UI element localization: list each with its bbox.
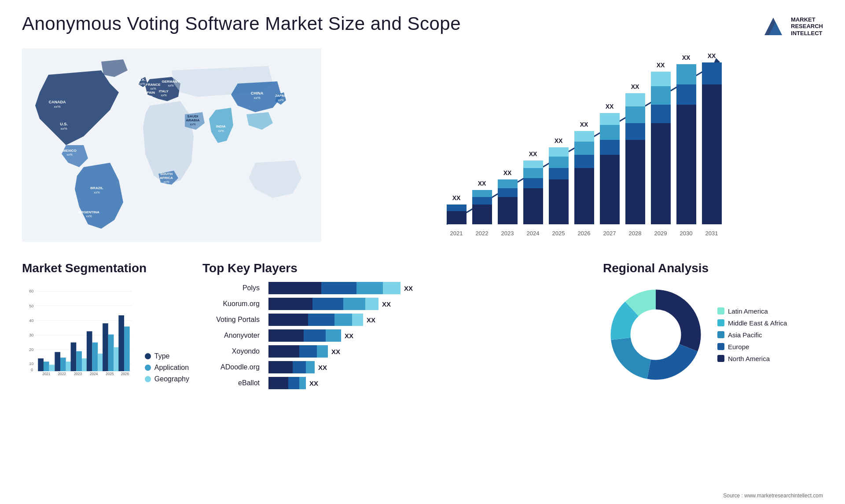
- svg-text:INDIA: INDIA: [216, 124, 226, 128]
- player-bar-container: XX: [268, 329, 590, 342]
- svg-text:xx%: xx%: [254, 96, 260, 100]
- legend-geography-dot: [145, 376, 151, 382]
- regional-section: Regional Analysis: [603, 261, 823, 393]
- player-bar-container: XX: [268, 282, 590, 294]
- logo-text: MARKET RESEARCH INTELLECT: [791, 16, 823, 37]
- player-name: ADoodle.org: [202, 363, 264, 371]
- svg-text:2031: 2031: [705, 230, 718, 237]
- segmentation-section: Market Segmentation 60 50 40 30 20 10 0: [22, 261, 189, 393]
- svg-text:30: 30: [29, 333, 33, 337]
- svg-rect-37: [447, 211, 467, 224]
- svg-text:2022: 2022: [58, 372, 66, 376]
- player-name: eBallot: [202, 379, 264, 387]
- svg-text:xx%: xx%: [161, 94, 166, 97]
- svg-text:xx%: xx%: [66, 153, 72, 156]
- player-bar: [268, 361, 315, 373]
- svg-rect-59: [549, 157, 569, 168]
- svg-text:CANADA: CANADA: [49, 100, 66, 104]
- svg-text:xx%: xx%: [163, 180, 169, 183]
- svg-text:XX: XX: [708, 52, 716, 59]
- player-row: Kuorum.org XX: [202, 298, 590, 310]
- player-name: Anonyvoter: [202, 332, 264, 340]
- legend-asia-pacific-label: Asia Pacific: [728, 331, 762, 339]
- segmentation-chart-svg: 60 50 40 30 20 10 0: [22, 282, 134, 383]
- legend-type-dot: [145, 353, 151, 359]
- svg-text:xx%: xx%: [139, 82, 145, 85]
- svg-text:FRANCE: FRANCE: [146, 83, 161, 87]
- player-bar-container: XX: [268, 298, 590, 310]
- svg-rect-92: [702, 84, 722, 224]
- svg-text:GERMANY: GERMANY: [162, 80, 180, 84]
- legend-asia-pacific: Asia Pacific: [717, 331, 787, 339]
- legend-application-label: Application: [154, 364, 189, 372]
- svg-rect-72: [600, 113, 620, 125]
- svg-text:2023: 2023: [501, 230, 514, 237]
- legend-north-america-color: [717, 355, 724, 362]
- svg-rect-53: [523, 168, 543, 178]
- svg-text:xx%: xx%: [60, 127, 67, 131]
- player-bar: [268, 298, 378, 310]
- player-row: Anonyvoter XX: [202, 329, 590, 342]
- svg-text:U.S.: U.S.: [60, 122, 68, 126]
- segmentation-title: Market Segmentation: [22, 261, 189, 275]
- svg-text:0: 0: [31, 368, 33, 372]
- player-name: Kuorum.org: [202, 300, 264, 308]
- svg-rect-111: [44, 362, 49, 371]
- svg-text:2023: 2023: [74, 372, 82, 376]
- legend-geography: Geography: [145, 375, 189, 383]
- bar-chart-section: XX 2021 XX 2022 XX 2023 XX: [334, 48, 823, 252]
- segmentation-chart-container: 60 50 40 30 20 10 0: [22, 282, 189, 383]
- source-text: Source : www.marketresearchintellect.com: [723, 493, 823, 499]
- svg-rect-89: [676, 64, 696, 84]
- svg-text:xx%: xx%: [54, 105, 60, 109]
- donut-legend: Latin America Middle East & Africa Asia …: [717, 307, 787, 362]
- player-row: Voting Portals XX: [202, 314, 590, 326]
- svg-text:xx%: xx%: [150, 87, 156, 90]
- legend-application: Application: [145, 364, 189, 372]
- legend-middle-east-africa-color: [717, 319, 724, 326]
- legend-north-america-label: North America: [728, 355, 770, 362]
- svg-rect-114: [55, 352, 60, 371]
- segmentation-legend: Type Application Geography: [145, 352, 189, 383]
- svg-text:xx%: xx%: [218, 129, 224, 132]
- svg-text:XX: XX: [682, 54, 691, 61]
- players-section: Top Key Players Polys XX: [202, 261, 590, 393]
- svg-text:XX: XX: [606, 103, 614, 110]
- svg-rect-75: [625, 140, 645, 224]
- legend-middle-east-africa-label: Middle East & Africa: [728, 319, 787, 327]
- svg-text:CHINA: CHINA: [251, 91, 264, 95]
- logo-container: MARKET RESEARCH INTELLECT: [760, 13, 823, 40]
- player-bar-container: XX: [268, 361, 590, 373]
- legend-middle-east-africa: Middle East & Africa: [717, 319, 787, 327]
- svg-text:ARGENTINA: ARGENTINA: [78, 210, 99, 214]
- legend-type: Type: [145, 352, 189, 360]
- players-list: Polys XX Kuorum.org: [202, 282, 590, 393]
- player-row: eBallot XX: [202, 377, 590, 389]
- svg-rect-130: [118, 315, 124, 371]
- svg-rect-115: [60, 358, 66, 371]
- player-xx: XX: [367, 316, 375, 324]
- players-title: Top Key Players: [202, 261, 590, 275]
- legend-latin-america-label: Latin America: [728, 307, 768, 315]
- player-xx: XX: [318, 364, 327, 371]
- logo-icon: [760, 13, 786, 40]
- svg-rect-84: [651, 72, 671, 86]
- bar-chart-svg: XX 2021 XX 2022 XX 2023 XX: [334, 48, 823, 251]
- svg-rect-76: [625, 123, 645, 140]
- svg-text:U.K.: U.K.: [139, 78, 146, 82]
- svg-rect-38: [447, 205, 467, 211]
- svg-rect-69: [600, 155, 620, 224]
- world-map-svg: CANADA xx% U.S. xx% MEXICO xx% BRAZIL xx…: [22, 48, 321, 242]
- svg-rect-77: [625, 106, 645, 123]
- svg-rect-46: [498, 197, 518, 224]
- svg-text:XX: XX: [580, 121, 588, 128]
- player-bar: [268, 282, 400, 294]
- svg-text:XX: XX: [529, 150, 537, 157]
- svg-text:40: 40: [29, 318, 33, 323]
- svg-text:xx%: xx%: [190, 123, 195, 126]
- svg-rect-124: [98, 354, 103, 371]
- player-bar: [268, 377, 306, 389]
- svg-text:50: 50: [29, 304, 33, 308]
- svg-rect-131: [124, 326, 130, 371]
- player-name: Xoyondo: [202, 347, 264, 355]
